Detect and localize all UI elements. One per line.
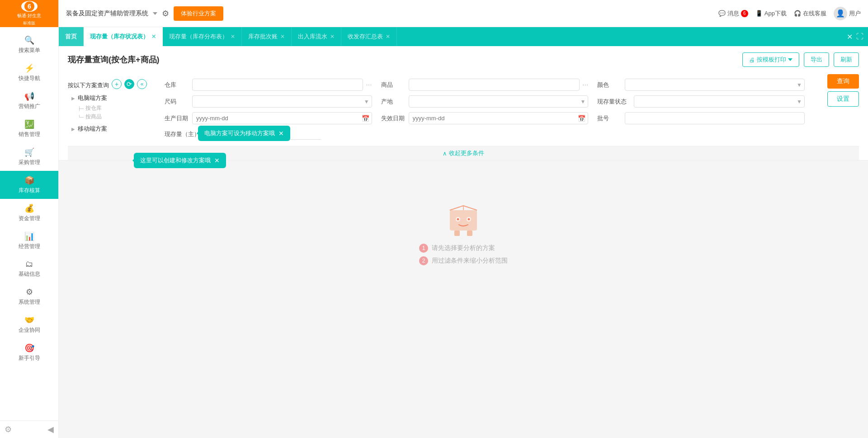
sidebar-item-system[interactable]: ⚙ 系统管理 [0, 283, 58, 311]
print-icon: 🖨 [749, 57, 755, 63]
sidebar-item-guide[interactable]: 🎯 新手引导 [0, 339, 58, 367]
tab-inventory-status[interactable]: 现存量（库存状况表） ✕ [84, 27, 163, 46]
topbar: 装备及固定资产辅助管理系统 ⚙ 体验行业方案 💬 消息 6 📱 App下载 🎧 … [59, 0, 868, 27]
sidebar-bottom: ⚙ ◀ [0, 420, 58, 438]
tab-expand-icon[interactable]: ⛶ [856, 33, 863, 41]
sidebar-item-sales[interactable]: 💹 销售管理 [0, 115, 58, 143]
tooltip-text: 电脑方案可设为移动方案哦 [204, 129, 275, 137]
collapse-button[interactable]: ∧ 收起更多条件 [443, 149, 484, 157]
sidebar-item-quick-nav[interactable]: ⚡ 快捷导航 [0, 59, 58, 87]
tab-batch-accounts-label: 库存批次账 [248, 33, 278, 41]
tab-close-icon[interactable]: ✕ [330, 33, 335, 40]
goods-more-icon[interactable]: ··· [582, 81, 588, 89]
page-header: 现存量查询(按仓库+商品) 🖨 按模板打印 导出 刷新 [59, 46, 868, 71]
tab-inventory-dist[interactable]: 现存量（库存分布表） ✕ [163, 27, 242, 46]
tab-close-icon[interactable]: ✕ [386, 33, 390, 40]
tooltip-text-2: 这里可以创建和修改方案哦 [140, 156, 211, 165]
tabbar: 首页 现存量（库存状况表） ✕ 现存量（库存分布表） ✕ 库存批次账 ✕ 出入库… [59, 27, 868, 46]
date-prod-label: 生产日期 [165, 114, 189, 122]
sidebar-item-basic[interactable]: 🗂 基础信息 [0, 255, 58, 283]
date-prod-input[interactable] [192, 112, 372, 124]
print-button[interactable]: 🖨 按模板打印 [742, 52, 799, 67]
date-prod-calendar-icon[interactable]: 📅 [362, 115, 369, 122]
tab-receive-summary[interactable]: 收发存汇总表 ✕ [341, 27, 397, 46]
sidebar-item-purchase[interactable]: 🛒 采购管理 [0, 143, 58, 171]
tab-home-label: 首页 [65, 33, 77, 41]
date-prod-field: 生产日期 📅 [165, 112, 372, 124]
color-select[interactable] [625, 79, 805, 91]
settings-bottom-icon[interactable]: ⚙ [5, 424, 12, 434]
tab-close-icon[interactable]: ✕ [280, 33, 285, 40]
box-icon: 📦 [24, 175, 34, 185]
back-scheme-btn[interactable]: « [137, 79, 147, 89]
size-dropdown-arrow: ▼ [364, 99, 369, 105]
search-button[interactable]: 查询 [827, 74, 859, 89]
origin-select[interactable] [409, 95, 589, 108]
online-service-item[interactable]: 🎧 在线客服 [794, 9, 826, 18]
sidebar-item-label: 库存核算 [19, 187, 40, 194]
tip-text-1: 请先选择要分析的方案 [432, 244, 495, 252]
svg-rect-9 [467, 231, 472, 236]
batch-input[interactable] [625, 112, 805, 124]
scheme-desktop[interactable]: ▶ 电脑端方案 [71, 93, 158, 103]
add-scheme-btn[interactable]: + [112, 79, 122, 89]
warehouse-field: 仓库 ··· [165, 79, 372, 91]
page-actions: 🖨 按模板打印 导出 刷新 [742, 52, 859, 67]
tab-inout-flow[interactable]: 出入库流水 ✕ [292, 27, 341, 46]
svg-rect-8 [454, 231, 460, 236]
refresh-button[interactable]: 刷新 [834, 52, 859, 67]
date-expire-label: 失效日期 [381, 114, 406, 122]
sidebar-item-enterprise[interactable]: 🤝 企业协同 [0, 311, 58, 339]
logo-area: 6 畅通·好生意 标准版 [0, 0, 58, 27]
date-expire-field: 失效日期 📅 [381, 112, 589, 124]
warehouse-label: 仓库 [165, 81, 189, 89]
sidebar-item-finance[interactable]: 💰 资金管理 [0, 199, 58, 227]
sidebar-item-label: 快捷导航 [19, 75, 40, 82]
set-button[interactable]: 设置 [827, 91, 859, 107]
color-field: 颜色 ▼ [597, 79, 805, 91]
scheme-mobile[interactable]: ▶ 移动端方案 [71, 124, 158, 134]
sidebar-item-label: 采购管理 [19, 159, 40, 166]
industry-button[interactable]: 体验行业方案 [174, 6, 223, 21]
version-tag: 标准版 [21, 20, 37, 27]
warehouse-more-icon[interactable]: ··· [366, 81, 372, 89]
stock-status-label: 现存量状态 [597, 98, 631, 106]
user-item[interactable]: 👤 用户 [834, 7, 861, 20]
settings-gear-icon[interactable]: ⚙ [162, 9, 169, 19]
sidebar-item-inventory[interactable]: 📦 库存核算 [0, 171, 58, 199]
collapse-sidebar-icon[interactable]: ◀ [47, 424, 54, 434]
stock-status-select[interactable] [634, 95, 805, 108]
tab-close-icon[interactable]: ✕ [151, 33, 156, 40]
message-item[interactable]: 💬 消息 6 [718, 9, 748, 18]
tooltip-close-icon[interactable]: ✕ [278, 130, 284, 137]
sidebar-item-search[interactable]: 🔍 搜索菜单 [0, 31, 58, 59]
export-button[interactable]: 导出 [804, 52, 829, 67]
service-icon: 🎧 [794, 10, 801, 17]
tab-home[interactable]: 首页 [59, 27, 84, 46]
goods-input[interactable] [409, 79, 580, 91]
tab-batch-accounts[interactable]: 库存批次账 ✕ [242, 27, 292, 46]
topbar-left: 装备及固定资产辅助管理系统 ⚙ 体验行业方案 [66, 6, 223, 21]
edit-scheme-btn[interactable]: ⟳ [124, 79, 134, 89]
avatar: 👤 [834, 7, 847, 20]
batch-field: 批号 [597, 112, 805, 124]
tab-close-all-icon[interactable]: ✕ [847, 33, 853, 41]
operations-icon: 📊 [24, 231, 34, 241]
date-expire-input[interactable] [409, 112, 589, 124]
date-expire-calendar-icon[interactable]: 📅 [578, 115, 585, 122]
color-dropdown-arrow: ▼ [797, 82, 802, 88]
app-download-item[interactable]: 📱 App下载 [755, 9, 787, 18]
tooltip-close-icon-2[interactable]: ✕ [214, 157, 220, 164]
megaphone-icon: 📢 [24, 91, 34, 101]
tooltip-scheme-edit: 这里可以创建和修改方案哦 ✕ [134, 153, 226, 168]
warehouse-input[interactable] [192, 79, 363, 91]
sidebar-item-operations[interactable]: 📊 经营管理 [0, 227, 58, 255]
chart-icon: 💹 [24, 119, 34, 129]
sidebar-item-marketing[interactable]: 📢 营销推广 [0, 87, 58, 115]
scheme-panel: 按以下方案查询 + ⟳ « ▶ 电脑端方案 ├─ [68, 79, 158, 134]
size-select[interactable] [192, 95, 372, 108]
tab-close-icon[interactable]: ✕ [231, 33, 235, 40]
batch-label: 批号 [597, 114, 622, 122]
empty-tips: 1 请先选择要分析的方案 2 用过滤条件来缩小分析范围 [419, 244, 508, 265]
message-icon: 💬 [718, 10, 726, 17]
